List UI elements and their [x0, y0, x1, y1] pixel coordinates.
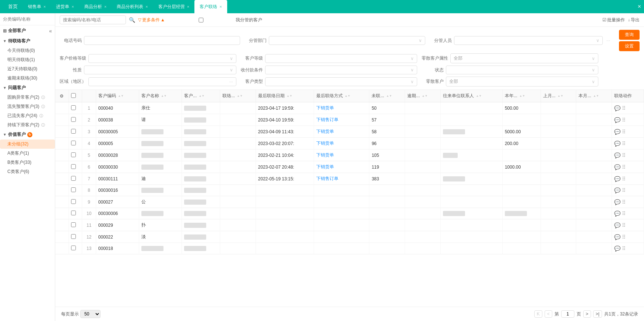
- menu-icon[interactable]: ⠿: [622, 141, 626, 147]
- more-conditions-btn[interactable]: ▽ 更多条件 ▲: [138, 17, 165, 23]
- menu-icon[interactable]: ⠿: [622, 164, 626, 170]
- last-contact-date-sorter[interactable]: ▲▼: [286, 94, 292, 98]
- close-customer-segment-icon[interactable]: ×: [187, 4, 189, 9]
- sidebar-all-customers[interactable]: ⊞ 全部客户 «: [0, 25, 55, 36]
- phone-input[interactable]: [84, 36, 240, 45]
- sidebar-item-ungraded[interactable]: 未分组(32): [0, 140, 55, 149]
- contact-icon[interactable]: 💬: [614, 234, 620, 240]
- th-checkbox[interactable]: [68, 90, 82, 102]
- td-checkbox[interactable]: [68, 185, 82, 196]
- td-checkbox[interactable]: [68, 231, 82, 243]
- per-page-select[interactable]: 50 100 200: [80, 310, 101, 318]
- page-prev-btn[interactable]: <: [545, 310, 552, 318]
- row-checkbox[interactable]: [71, 199, 76, 204]
- close-product-analysis-icon[interactable]: ×: [104, 4, 106, 9]
- th-last-contact-date[interactable]: 最后联络日期 ▲▼: [256, 90, 314, 102]
- nav-product-analysis[interactable]: 商品分析 ×: [79, 0, 112, 13]
- dept-select[interactable]: ∨: [269, 36, 425, 45]
- sidebar-item-grade-b[interactable]: B类客户(33): [0, 158, 55, 167]
- price-grade-select[interactable]: ∨: [88, 54, 236, 63]
- menu-icon[interactable]: ⠿: [622, 105, 626, 111]
- menu-icon[interactable]: ⠿: [622, 176, 626, 182]
- contact-icon[interactable]: 💬: [614, 211, 620, 216]
- th-customer-name[interactable]: 客户名称 ▲▼: [139, 90, 182, 102]
- th-customer-type[interactable]: 客户... ▲▼: [182, 90, 220, 102]
- region-select[interactable]: ···: [88, 77, 236, 86]
- page-last-btn[interactable]: >|: [593, 310, 602, 318]
- td-checkbox[interactable]: [68, 161, 82, 173]
- td-checkbox[interactable]: [68, 243, 82, 254]
- th-this-year[interactable]: 本年... ▲▼: [502, 90, 541, 102]
- nav-home[interactable]: 首页: [3, 0, 23, 13]
- nature-select[interactable]: ∨: [84, 66, 236, 74]
- search-button[interactable]: 查询: [619, 30, 640, 40]
- td-last-contact-way[interactable]: [314, 196, 369, 208]
- row-checkbox[interactable]: [71, 222, 76, 227]
- sidebar-group-pending[interactable]: ▼ 待联络客户: [0, 36, 55, 46]
- th-contact[interactable]: 联络... ▲▼: [220, 90, 256, 102]
- export-btn[interactable]: ↓ 导出: [628, 17, 640, 23]
- page-number-input[interactable]: [561, 310, 574, 318]
- row-checkbox[interactable]: [71, 141, 76, 145]
- overdue-sorter[interactable]: ▲▼: [422, 94, 428, 98]
- sidebar-group-value[interactable]: ▼ 价值客户 ↻: [0, 130, 55, 140]
- this-year-sorter[interactable]: ▲▼: [519, 94, 525, 98]
- sidebar-item-overdue[interactable]: 逾期未联络(30): [0, 74, 55, 83]
- sidebar-group-problem[interactable]: ▼ 问题客户: [0, 83, 55, 93]
- menu-icon[interactable]: ⠿: [622, 246, 626, 251]
- td-last-contact-way[interactable]: 下销货单: [314, 102, 369, 114]
- td-checkbox[interactable]: [68, 138, 82, 149]
- search-input[interactable]: [60, 15, 126, 24]
- sidebar-item-tomorrow[interactable]: 明天待联络(1): [0, 55, 55, 64]
- th-settings[interactable]: ⚙: [55, 90, 68, 102]
- nav-customer-segment[interactable]: 客户分层经营 ×: [153, 0, 194, 13]
- payment-select[interactable]: ∨: [265, 66, 418, 74]
- td-last-contact-way[interactable]: 下销售订单: [314, 114, 369, 126]
- td-checkbox[interactable]: [68, 126, 82, 138]
- customer-grade-select[interactable]: ∨: [265, 54, 418, 63]
- batch-operation-btn[interactable]: ☑ 批量操作: [602, 17, 625, 23]
- contact-icon[interactable]: 💬: [614, 176, 620, 182]
- retail-attr-select[interactable]: 全部 ∨: [450, 53, 598, 63]
- status-select[interactable]: ∨: [446, 66, 598, 74]
- th-last-month[interactable]: 上月... ▲▼: [541, 90, 576, 102]
- close-all-button[interactable]: ×: [638, 3, 641, 10]
- td-last-contact-way[interactable]: [314, 243, 369, 254]
- row-checkbox[interactable]: [71, 117, 76, 122]
- customer-type-select[interactable]: ∨: [265, 77, 418, 86]
- row-checkbox[interactable]: [71, 176, 76, 181]
- search-icon[interactable]: 🔍: [129, 17, 135, 23]
- row-checkbox[interactable]: [71, 164, 76, 169]
- region-more-icon[interactable]: ···: [229, 79, 233, 84]
- reset-button[interactable]: 设置: [619, 41, 640, 51]
- td-last-contact-way[interactable]: [314, 208, 369, 219]
- sidebar-item-lost[interactable]: 已流失客户(24) ⓘ: [0, 111, 55, 120]
- sidebar-item-7days[interactable]: 近7天待联络(0): [0, 64, 55, 74]
- this-month-sorter[interactable]: ▲▼: [593, 94, 599, 98]
- sidebar-item-today[interactable]: 今天待联络(0): [0, 46, 55, 55]
- my-customers-checkbox-area[interactable]: 我分管的客户: [168, 17, 262, 23]
- td-last-contact-way[interactable]: [314, 185, 369, 196]
- close-customer-contact-icon[interactable]: ×: [219, 4, 222, 9]
- close-purchase-order-icon[interactable]: ×: [71, 4, 74, 9]
- menu-icon[interactable]: ⠿: [622, 199, 626, 205]
- sidebar-collapse-icon[interactable]: «: [49, 28, 52, 34]
- contact-icon[interactable]: 💬: [614, 164, 620, 170]
- no-contact-sorter[interactable]: ▲▼: [386, 94, 392, 98]
- td-last-contact-way[interactable]: [314, 231, 369, 243]
- th-last-contact-way[interactable]: 最后联络方式 ▲▼: [314, 90, 369, 102]
- row-checkbox[interactable]: [71, 187, 76, 192]
- customer-code-sorter[interactable]: ▲▼: [118, 94, 124, 98]
- th-no-contact[interactable]: 未联... ▲▼: [369, 90, 405, 102]
- customer-type-sorter[interactable]: ▲▼: [199, 94, 205, 98]
- th-contact-person[interactable]: 往来单位联系人 ▲▼: [441, 90, 503, 102]
- td-last-contact-way[interactable]: 下销货单: [314, 161, 369, 173]
- menu-icon[interactable]: ⠿: [622, 222, 626, 228]
- close-product-analysis-list-icon[interactable]: ×: [145, 4, 148, 9]
- close-sales-order-icon[interactable]: ×: [43, 4, 46, 9]
- contact-sorter[interactable]: ▲▼: [237, 94, 243, 98]
- contact-icon[interactable]: 💬: [614, 187, 620, 193]
- contact-icon[interactable]: 💬: [614, 222, 620, 228]
- contact-icon[interactable]: 💬: [614, 141, 620, 147]
- person-more-icon[interactable]: ···: [606, 38, 610, 43]
